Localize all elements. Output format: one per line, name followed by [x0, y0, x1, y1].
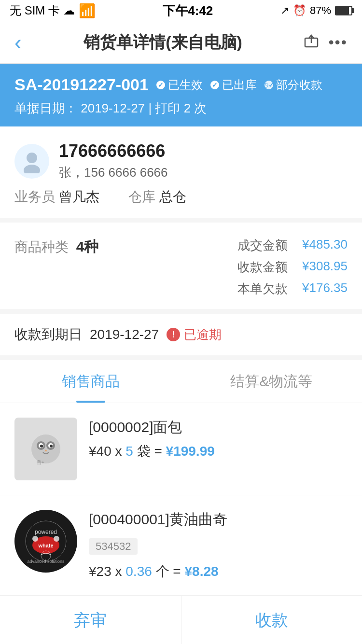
- salesperson-item: 业务员 曾凡杰: [14, 188, 99, 206]
- product-type-value: 4种: [76, 238, 99, 254]
- share-button[interactable]: [304, 33, 319, 52]
- product-item-1: 善+ [0000002]面包 ¥40 x 5 袋 = ¥199.99: [0, 403, 362, 495]
- collected-value: ¥308.95: [302, 259, 348, 276]
- overdue-badge: ! 已逾期: [167, 326, 222, 343]
- order-date-row: 单据日期： 2019-12-27 | 打印 2 次: [14, 100, 348, 117]
- product-thumb-1: 善+: [14, 418, 77, 480]
- status-right: ↗ ⏰ 87%: [280, 4, 352, 17]
- product-eq-1: =: [154, 444, 166, 459]
- batch-tag-2: 534532: [89, 538, 138, 555]
- overdue-text: 已逾期: [184, 326, 222, 343]
- amount-label: 成交金额: [237, 237, 288, 254]
- svg-point-2: [27, 153, 37, 163]
- partial-icon: ◷: [265, 81, 273, 89]
- stats-right: 成交金额 ¥485.30 收款金额 ¥308.95 本单欠款 ¥176.35: [237, 237, 348, 297]
- product-list: 善+ [0000002]面包 ¥40 x 5 袋 = ¥199.99 power…: [0, 403, 362, 596]
- tab-settlement[interactable]: 结算&物流等: [181, 360, 362, 403]
- tab-bar: 销售商品 结算&物流等: [0, 360, 362, 403]
- owed-item: 本单欠款 ¥176.35: [237, 280, 348, 297]
- svg-point-10: [50, 445, 53, 448]
- status-tag-shipped: 已出库: [210, 77, 257, 93]
- more-button[interactable]: •••: [328, 33, 348, 51]
- product-info-2: [000400001]黄油曲奇 534532 ¥23 x 0.36 个 = ¥8…: [89, 510, 348, 581]
- collected-item: 收款金额 ¥308.95: [237, 259, 348, 276]
- status-left: 无 SIM 卡 ☁ 📶: [10, 3, 96, 19]
- order-header: SA-20191227-001 已生效 已出库 ◷ 部分收款 单据日期： 201…: [0, 64, 362, 126]
- warehouse-label: 仓库: [128, 188, 155, 206]
- amount-item: 成交金额 ¥485.30: [237, 237, 348, 254]
- amount-value: ¥485.30: [302, 237, 348, 254]
- svg-text:powered: powered: [35, 529, 57, 535]
- customer-sub: 张，156 6666 6666: [59, 164, 168, 181]
- customer-name: 17666666666: [59, 141, 168, 161]
- collected-label: 收款金额: [237, 259, 288, 276]
- status-bar: 无 SIM 卡 ☁ 📶 下午4:42 ↗ ⏰ 87%: [0, 0, 362, 21]
- svg-point-3: [24, 165, 40, 173]
- due-value: 2019-12-27: [90, 327, 159, 342]
- svg-text:善+: 善+: [37, 460, 44, 465]
- product-price-value-2: ¥23: [89, 564, 111, 579]
- product-item-2: powered whate advanced solutions [000400…: [0, 495, 362, 596]
- product-code-1: [0000002]面包: [89, 418, 348, 437]
- svg-text:whate: whate: [38, 543, 53, 548]
- customer-row: 17666666666 张，156 6666 6666: [14, 141, 348, 181]
- order-date-label: 单据日期：: [14, 101, 77, 115]
- product-qty-2: 0.36: [125, 564, 152, 579]
- customer-section: 17666666666 张，156 6666 6666 业务员 曾凡杰 仓库 总…: [0, 126, 362, 223]
- cancel-review-button[interactable]: 弃审: [0, 596, 181, 644]
- wifi-icon: 📶: [79, 3, 96, 19]
- alarm-icon: ⏰: [293, 4, 306, 17]
- svg-point-20: [54, 536, 59, 542]
- status-tag-partial: ◷ 部分收款: [265, 77, 322, 93]
- nav-title: 销货单详情(来自电脑): [84, 31, 242, 54]
- due-label: 收款到期日: [14, 325, 82, 344]
- nav-actions: •••: [304, 33, 348, 52]
- product-total-1: ¥199.99: [166, 444, 215, 459]
- order-id-row: SA-20191227-001 已生效 已出库 ◷ 部分收款: [14, 75, 348, 94]
- print-info: | 打印 2 次: [148, 101, 207, 115]
- order-id: SA-20191227-001: [14, 75, 149, 94]
- salesperson-label: 业务员: [14, 188, 55, 206]
- back-button[interactable]: ‹: [14, 32, 22, 53]
- tab-settlement-label: 结算&物流等: [230, 372, 312, 392]
- stats-section: 商品种类 4种 成交金额 ¥485.30 收款金额 ¥308.95 本单欠款 ¥…: [0, 223, 362, 314]
- order-date-value: 2019-12-27: [81, 101, 145, 115]
- product-eq-2: =: [173, 564, 184, 579]
- avatar: [14, 144, 49, 179]
- battery-label: 87%: [310, 4, 331, 17]
- status-time: 下午4:42: [163, 2, 213, 19]
- product-type-label: 商品种类: [14, 239, 69, 254]
- overdue-icon: !: [167, 328, 180, 341]
- product-price-2: ¥23 x 0.36 个 = ¥8.28: [89, 562, 348, 581]
- svg-point-19: [32, 536, 38, 542]
- bottom-bar: 弃审 收款: [0, 596, 362, 644]
- product-unit-1: 袋: [137, 444, 151, 459]
- warehouse-value: 总仓: [159, 188, 186, 206]
- svg-text:advanced solutions: advanced solutions: [27, 559, 65, 564]
- product-total-2: ¥8.28: [184, 564, 218, 579]
- location-icon: ↗: [280, 4, 289, 17]
- tab-sales-products-label: 销售商品: [62, 372, 120, 392]
- product-code-2: [000400001]黄油曲奇: [89, 510, 348, 530]
- sim-label: 无 SIM 卡 ☁: [10, 3, 75, 18]
- salesperson-value: 曾凡杰: [59, 188, 99, 206]
- product-price-x-2: x: [115, 564, 126, 579]
- owed-value: ¥176.35: [302, 280, 348, 297]
- owed-label: 本单欠款: [237, 280, 288, 297]
- due-section: 收款到期日 2019-12-27 ! 已逾期: [0, 314, 362, 360]
- product-unit-2: 个: [156, 564, 169, 579]
- product-thumb-2: powered whate advanced solutions: [14, 510, 77, 573]
- product-price-x-1: x: [115, 444, 126, 459]
- product-type: 商品种类 4种: [14, 237, 98, 257]
- customer-meta: 业务员 曾凡杰 仓库 总仓: [14, 188, 348, 206]
- svg-point-4: [31, 434, 60, 463]
- product-info-1: [0000002]面包 ¥40 x 5 袋 = ¥199.99: [89, 418, 348, 461]
- product-price-1: ¥40 x 5 袋 = ¥199.99: [89, 442, 348, 461]
- status-tag-effective: 已生效: [156, 77, 203, 93]
- collect-payment-button[interactable]: 收款: [181, 596, 362, 644]
- battery-icon: [335, 6, 352, 15]
- stats-row: 商品种类 4种 成交金额 ¥485.30 收款金额 ¥308.95 本单欠款 ¥…: [14, 237, 348, 297]
- shipped-icon: [210, 81, 219, 89]
- warehouse-item: 仓库 总仓: [128, 188, 186, 206]
- tab-sales-products[interactable]: 销售商品: [0, 360, 181, 403]
